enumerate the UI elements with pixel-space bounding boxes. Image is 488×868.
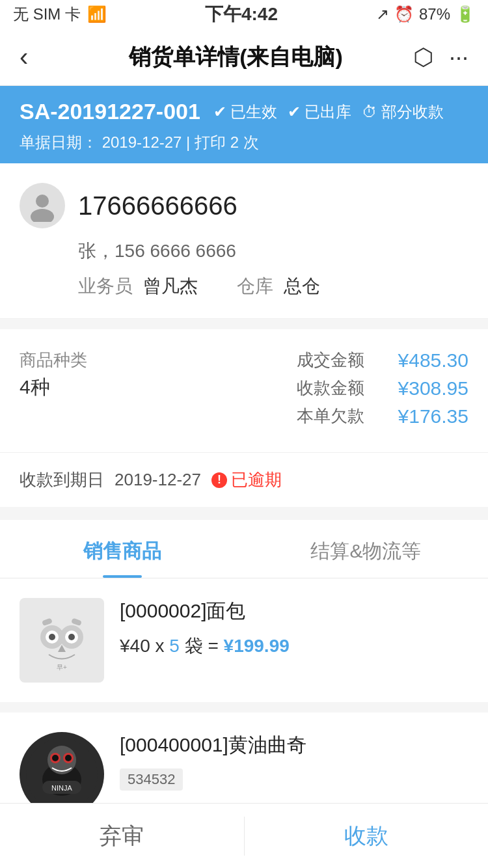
cancel-review-button[interactable]: 弃审	[0, 806, 244, 867]
svg-rect-9	[42, 618, 53, 627]
customer-meta: 业务员 曾凡杰 仓库 总仓	[20, 274, 468, 299]
overdue-badge: ! 已逾期	[211, 468, 282, 491]
overdue-dot-icon: !	[211, 472, 227, 488]
status-shipped: ✔ 已出库	[288, 102, 351, 122]
status-bar: 无 SIM 卡 📶 下午4:42 ↗ ⏰ 87% 🔋	[0, 0, 488, 29]
tab-sales-products[interactable]: 销售商品	[0, 520, 244, 578]
nav-bar: ‹ 销货单详情(来自电脑) ⬡ ···	[0, 29, 488, 86]
summary-card: 商品种类 4种 成交金额 ¥485.30 收款金额 ¥308.95 本单欠款 ¥…	[0, 329, 488, 452]
back-button[interactable]: ‹	[20, 42, 59, 72]
received-amount-row: 收款金额 ¥308.95	[297, 377, 468, 400]
more-icon[interactable]: ···	[449, 44, 468, 71]
alarm-icon: ⏰	[394, 5, 414, 23]
svg-point-0	[36, 195, 49, 208]
nav-right-actions: ⬡ ···	[413, 44, 468, 71]
summary-row: 商品种类 4种 成交金额 ¥485.30 收款金额 ¥308.95 本单欠款 ¥…	[20, 349, 468, 433]
warehouse-info: 仓库 总仓	[237, 274, 320, 299]
customer-name: 张，156 6666 6666	[20, 239, 468, 264]
due-date-card: 收款到期日 2019-12-27 ! 已逾期	[0, 452, 488, 507]
status-bar-time: 下午4:42	[205, 2, 278, 27]
header-top-row: SA-20191227-001 ✔ 已生效 ✔ 已出库 ⏱ 部分收款	[20, 99, 468, 124]
product-sku-badge: 534532	[120, 768, 183, 791]
due-date-label: 收款到期日	[20, 468, 104, 491]
product-name-cookie: [000400001]黄油曲奇	[120, 732, 468, 759]
order-id: SA-20191227-001	[20, 99, 200, 124]
product-image-bread: 早+	[20, 598, 104, 683]
bottom-bar: 弃审 收款	[0, 803, 488, 868]
tabs-bar: 销售商品 结算&物流等	[0, 520, 488, 578]
svg-point-6	[49, 634, 55, 640]
amounts-section: 成交金额 ¥485.30 收款金额 ¥308.95 本单欠款 ¥176.35	[297, 349, 468, 433]
product-type-section: 商品种类 4种	[20, 349, 87, 401]
customer-avatar	[20, 183, 65, 228]
customer-card: 17666666666 张，156 6666 6666 业务员 曾凡杰 仓库 总…	[0, 163, 488, 319]
product-name-bread: [0000002]面包	[120, 598, 468, 625]
svg-point-1	[31, 209, 54, 222]
clock-icon: ⏱	[362, 103, 377, 121]
svg-text:早+: 早+	[57, 664, 67, 671]
check-icon: ✔	[213, 103, 226, 121]
wifi-icon: 📶	[87, 5, 107, 23]
debt-amount-row: 本单欠款 ¥176.35	[297, 405, 468, 427]
order-date-row: 单据日期： 2019-12-27 | 打印 2 次	[20, 132, 468, 153]
product-info-bread: [0000002]面包 ¥40 x 5 袋 = ¥199.99	[120, 598, 468, 658]
deal-amount-row: 成交金额 ¥485.30	[297, 349, 468, 372]
tab-settlement-logistics[interactable]: 结算&物流等	[244, 520, 488, 578]
svg-point-7	[68, 634, 75, 640]
status-tags: ✔ 已生效 ✔ 已出库 ⏱ 部分收款	[213, 102, 444, 122]
check-icon-2: ✔	[288, 103, 301, 121]
svg-point-18	[65, 755, 72, 761]
svg-point-17	[52, 755, 59, 761]
status-bar-right: ↗ ⏰ 87% 🔋	[376, 5, 475, 23]
order-header-banner: SA-20191227-001 ✔ 已生效 ✔ 已出库 ⏱ 部分收款 单据日期：…	[0, 86, 488, 163]
status-active: ✔ 已生效	[213, 102, 277, 122]
carrier-text: 无 SIM 卡	[13, 4, 81, 25]
overdue-text: 已逾期	[231, 468, 282, 491]
collect-payment-button[interactable]: 收款	[245, 806, 489, 867]
status-bar-left: 无 SIM 卡 📶	[13, 4, 107, 25]
product-item: 早+ [0000002]面包 ¥40 x 5 袋 = ¥199.99	[0, 578, 488, 702]
battery-text: 87%	[419, 5, 450, 23]
sales-info: 业务员 曾凡杰	[78, 274, 198, 299]
due-date-value: 2019-12-27	[115, 470, 201, 490]
product-price-bread: ¥40 x 5 袋 = ¥199.99	[120, 634, 468, 658]
status-partial: ⏱ 部分收款	[362, 102, 444, 122]
location-icon: ↗	[376, 5, 389, 23]
svg-rect-10	[71, 618, 82, 627]
share-icon[interactable]: ⬡	[413, 44, 433, 71]
svg-text:NINJA: NINJA	[51, 784, 72, 792]
battery-icon: 🔋	[455, 5, 475, 23]
customer-phone: 17666666666	[78, 191, 237, 221]
customer-top: 17666666666	[20, 183, 468, 228]
page-title: 销货单详情(来自电脑)	[129, 42, 343, 72]
